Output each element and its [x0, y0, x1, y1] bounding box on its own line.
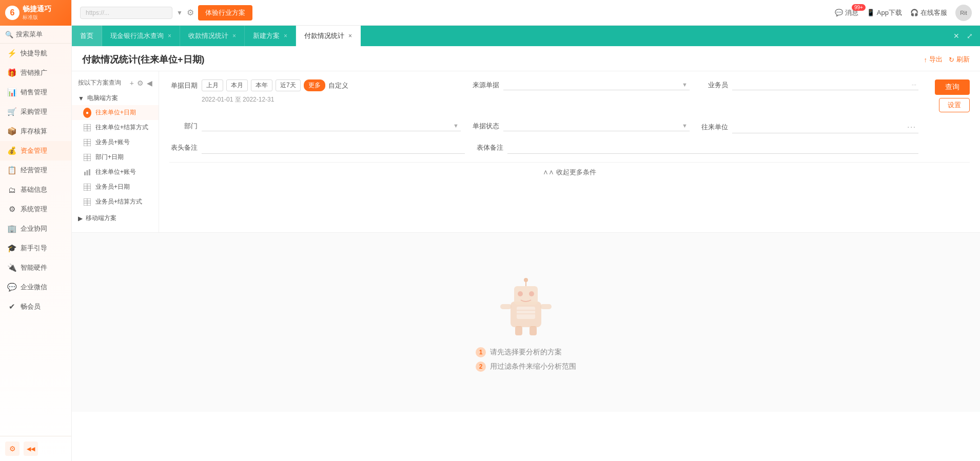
- search-menu-label: 搜索菜单: [16, 30, 43, 39]
- table-body-note-label: 表体备注: [475, 143, 503, 152]
- filter-area: 单据日期 上月 本月 本年 近7天 更多 自定义 2022-01-01 至 20…: [159, 71, 980, 232]
- voucher-status-select[interactable]: ▼: [503, 121, 690, 131]
- refresh-button[interactable]: ↻ 刷新: [949, 55, 970, 64]
- app-download-button[interactable]: 📱 App下载: [867, 8, 902, 17]
- source-field: 来源单据 ▼: [471, 79, 690, 90]
- online-service-button[interactable]: 🎧 在线客服: [910, 8, 947, 17]
- voucher-status-field: 单据状态 ▼: [471, 121, 690, 131]
- svg-rect-13: [87, 170, 88, 175]
- export-button[interactable]: ↑ 导出: [924, 55, 943, 64]
- dept-select[interactable]: ▼: [202, 121, 461, 131]
- date-btn-last-month[interactable]: 上月: [202, 79, 223, 91]
- scheme-table4-icon: [83, 183, 91, 191]
- query-button[interactable]: 查询: [935, 79, 970, 95]
- salesperson-field: 业务员 ···: [700, 79, 918, 90]
- sidebar-item-marketing[interactable]: 🎁 营销推广: [0, 63, 71, 83]
- date-btn-this-month[interactable]: 本月: [226, 79, 248, 91]
- sidebar-item-guide[interactable]: 🎓 新手引导: [0, 238, 71, 258]
- empty-step-1: 1 请先选择要分析的方案: [476, 347, 576, 357]
- sidebar-item-enterprise[interactable]: 🏢 企业协同: [0, 219, 71, 238]
- date-btn-7days[interactable]: 近7天: [276, 79, 301, 91]
- scheme-item-salesperson-date[interactable]: 业务员+日期: [72, 179, 159, 194]
- tab-payment-stats[interactable]: 收款情况统计 ×: [180, 26, 245, 46]
- sidebar-item-inventory[interactable]: 📦 库存核算: [0, 122, 71, 141]
- sidebar-item-wechat[interactable]: 💬 企业微信: [0, 277, 71, 297]
- filter-row-2: 部门 ▼ 单据状态 ▼ 往来单位: [169, 121, 970, 133]
- logo-icon: 6: [5, 6, 19, 20]
- refresh-icon: ↻: [949, 56, 954, 64]
- sidebar-item-basic[interactable]: 🗂 基础信息: [0, 180, 71, 199]
- sidebar-collapse-button[interactable]: ◀◀: [24, 442, 38, 456]
- dropdown-arrow-icon[interactable]: ▼: [177, 9, 183, 16]
- collapse-bar[interactable]: ∧∧ 收起更多条件: [169, 162, 970, 182]
- sidebar-item-finance[interactable]: 💰 资金管理: [0, 141, 71, 161]
- scheme-mobile-header[interactable]: ▶ 移动端方案: [72, 211, 159, 225]
- sidebar-item-purchase[interactable]: 🛒 采购管理: [0, 102, 71, 122]
- tabbar-actions: ✕ ⤢: [950, 26, 980, 46]
- sidebar-item-sales[interactable]: 📊 销售管理: [0, 83, 71, 102]
- date-custom-btn[interactable]: 自定义: [328, 81, 348, 90]
- tab-new-plan-label: 新建方案: [253, 31, 280, 41]
- tab-new-plan-close-icon[interactable]: ×: [284, 32, 287, 39]
- sidebar-item-operation[interactable]: 📋 经营管理: [0, 161, 71, 180]
- date-btn-more[interactable]: 更多: [304, 79, 325, 91]
- sidebar-item-label: 系统管理: [21, 205, 47, 214]
- svg-rect-32: [530, 326, 537, 335]
- scheme-collapse-icon[interactable]: ◀: [147, 79, 152, 87]
- messages-button[interactable]: 💬 消息 99+: [835, 8, 858, 17]
- sidebar-item-quick-nav[interactable]: ⚡ 快捷导航: [0, 44, 71, 63]
- scheme-item-counterpart-date[interactable]: ● 往来单位+日期: [72, 105, 159, 120]
- tab-payment-stats-close-icon[interactable]: ×: [232, 32, 236, 39]
- sidebar-item-system[interactable]: ⚙ 系统管理: [0, 199, 71, 219]
- counterpart-select[interactable]: ···: [732, 121, 918, 133]
- tab-expand-icon[interactable]: ⤢: [964, 30, 976, 42]
- scheme-item-label: 业务员+结算方式: [95, 197, 142, 206]
- source-select[interactable]: ▼: [503, 79, 690, 90]
- sidebar-item-label: 企业微信: [21, 283, 47, 292]
- tab-payment-detail-close-icon[interactable]: ×: [348, 32, 352, 39]
- scheme-add-icon[interactable]: +: [130, 79, 134, 87]
- date-field: 单据日期 上月 本月 本年 近7天 更多 自定义 2022-01-01 至 20…: [169, 79, 461, 104]
- date-btn-this-year[interactable]: 本年: [251, 79, 272, 91]
- scheme-active-dot-icon: ●: [83, 109, 91, 117]
- topbar-gear-icon[interactable]: ⚙: [187, 8, 194, 17]
- scheme-item-counterpart-settlement[interactable]: 往来单位+结算方式: [72, 120, 159, 135]
- step-2-num: 2: [476, 362, 486, 372]
- tab-cashflow[interactable]: 现金银行流水查询 ×: [102, 26, 180, 46]
- empty-step-2: 2 用过滤条件来缩小分析范围: [476, 362, 576, 372]
- salesperson-select[interactable]: ···: [732, 79, 918, 90]
- service-icon: 🎧: [910, 9, 918, 16]
- export-label: 导出: [929, 55, 943, 64]
- sidebar-item-hardware[interactable]: 🔌 智能硬件: [0, 258, 71, 277]
- scheme-item-salesperson-settlement[interactable]: 业务员+结算方式: [72, 194, 159, 209]
- url-bar[interactable]: https://...: [80, 7, 172, 19]
- scheme-header-title: 按以下方案查询: [78, 78, 121, 87]
- sidebar-item-member[interactable]: ✔ 畅会员: [0, 297, 71, 316]
- wechat-icon: 💬: [7, 283, 16, 292]
- sidebar-item-label: 营销推广: [21, 68, 47, 77]
- table-header-note-input[interactable]: [202, 142, 465, 154]
- empty-state: 1 请先选择要分析的方案 2 用过滤条件来缩小分析范围: [465, 243, 586, 403]
- page-title: 付款情况统计(往来单位+日期): [82, 53, 205, 66]
- scheme-item-label: 往来单位+结算方式: [95, 123, 148, 132]
- tab-close-all-icon[interactable]: ✕: [950, 30, 963, 42]
- scheme-item-salesperson-account[interactable]: 业务员+账号: [72, 135, 159, 150]
- scheme-settings-icon[interactable]: ⚙: [137, 79, 144, 87]
- user-avatar[interactable]: Rit: [955, 5, 972, 21]
- scheme-item-dept-date[interactable]: 部门+日期: [72, 150, 159, 165]
- trial-button[interactable]: 体验行业方案: [198, 5, 252, 21]
- message-badge: 99+: [852, 4, 866, 11]
- search-menu[interactable]: 🔍 搜索菜单: [0, 26, 71, 44]
- tab-payment-detail[interactable]: 付款情况统计 ×: [296, 26, 361, 46]
- sidebar-settings-button[interactable]: ⚙: [5, 442, 19, 456]
- collapse-up-icon: ∧∧: [543, 168, 554, 176]
- purchase-icon: 🛒: [7, 107, 16, 116]
- scheme-desktop-header[interactable]: ▼ 电脑端方案: [72, 91, 159, 105]
- tab-home[interactable]: 首页: [72, 26, 102, 46]
- scheme-item-counterpart-account[interactable]: 往来单位+账号: [72, 165, 159, 179]
- tab-cashflow-close-icon[interactable]: ×: [168, 32, 171, 39]
- tab-new-plan[interactable]: 新建方案 ×: [245, 26, 296, 46]
- settings-button[interactable]: 设置: [939, 98, 970, 112]
- scheme-header: 按以下方案查询 + ⚙ ◀: [72, 76, 159, 91]
- table-body-note-input[interactable]: [507, 142, 918, 154]
